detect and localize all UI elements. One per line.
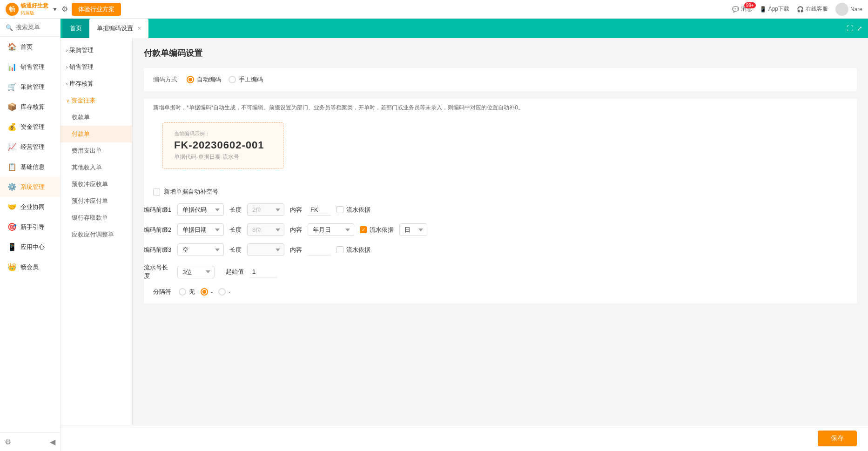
sidebar-item-system[interactable]: ⚙️ 系统管理 <box>0 177 60 197</box>
sub-menu-expense[interactable]: 费用支出单 <box>61 142 132 159</box>
serial-check-1[interactable] <box>336 206 343 213</box>
sidebar-item-purchase[interactable]: 🛒 采购管理 <box>0 77 60 97</box>
content-label-1: 内容 <box>290 206 302 214</box>
sidebar-bottom: ⚙ ◀ <box>0 432 60 451</box>
auto-fill-checkbox[interactable] <box>153 188 160 195</box>
home-icon: 🏠 <box>7 42 17 51</box>
len2-select[interactable]: 8位 <box>247 223 284 236</box>
len1-select[interactable]: 2位 <box>247 203 284 216</box>
preview-box: 当前编码示例： FK-20230602-001 单据代码-单据日期-流水号 <box>162 122 283 169</box>
tab-bar: 首页 单据编码设置 × ⛶ ⤢ <box>61 19 868 38</box>
manual-encode-radio[interactable]: 手工编码 <box>229 75 263 84</box>
content-label-3: 内容 <box>290 246 302 254</box>
tab-home[interactable]: 首页 <box>62 19 89 38</box>
config-row-2: 编码前缀2 单据日期 长度 8位 内容 年月日 ✓ <box>144 223 857 236</box>
serial-check-2[interactable]: ✓ <box>360 226 367 233</box>
sub-menu-purchase[interactable]: › 采购管理 <box>61 42 132 59</box>
serial-len-label: 流水号长度 <box>144 263 172 280</box>
operation-icon: 📈 <box>7 142 17 151</box>
top-bar: 畅 畅通好生意 拓展版 ▼ ⚙ 体验行业方案 💬 消息 99+ 📱 App下载 … <box>0 0 868 19</box>
config-row-1: 编码前缀1 单据代码 长度 2位 内容 流水依据 <box>144 203 857 216</box>
app-download[interactable]: 📱 App下载 <box>760 5 789 13</box>
preview-label: 当前编码示例： <box>174 130 272 137</box>
tab-expand-icon[interactable]: ⛶ <box>847 25 853 32</box>
collapse-icon[interactable]: ◀ <box>50 438 55 446</box>
sep-dot[interactable]: - <box>201 288 213 296</box>
content1-input[interactable] <box>308 204 331 215</box>
user-avatar <box>835 3 848 16</box>
sidebar-item-guide[interactable]: 🎯 新手引导 <box>0 217 60 237</box>
tab-encode-settings[interactable]: 单据编码设置 × <box>89 19 148 38</box>
len-label-2: 长度 <box>229 226 242 234</box>
separator-label: 分隔符 <box>153 288 171 296</box>
tab-bar-actions: ⛶ ⤢ <box>847 25 866 32</box>
len3-select[interactable] <box>247 243 284 256</box>
user-name: Nare <box>850 6 862 13</box>
content3-input[interactable] <box>308 244 331 256</box>
sub-menu-adjustment[interactable]: 应收应付调整单 <box>61 226 132 243</box>
sidebar-item-basic[interactable]: 📋 基础信息 <box>0 157 60 177</box>
message-icon[interactable]: 💬 消息 99+ <box>732 5 752 13</box>
nav-dropdown[interactable]: ▼ <box>52 6 58 13</box>
sidebar-item-member[interactable]: 👑 畅会员 <box>0 257 60 277</box>
bottom-settings-icon[interactable]: ⚙ <box>5 438 11 446</box>
serial-cb-1: 流水依据 <box>336 206 370 214</box>
sidebar-item-inventory[interactable]: 📦 库存核算 <box>0 97 60 117</box>
content2-select[interactable]: 年月日 <box>308 223 354 236</box>
system-icon: ⚙️ <box>7 182 17 191</box>
guide-icon: 🎯 <box>7 222 17 231</box>
encode-radio-group: 自动编码 手工编码 <box>187 75 263 84</box>
sep-none[interactable]: 无 <box>179 288 195 296</box>
manual-encode-radio-circle <box>229 76 236 83</box>
sidebar-item-home[interactable]: 🏠 首页 <box>0 37 60 57</box>
page-content: 付款单编码设置 编码方式 自动编码 手工编码 <box>133 38 868 425</box>
tab-fullscreen-icon[interactable]: ⤢ <box>857 25 862 32</box>
sub-menu-advance-receive[interactable]: 预收冲应收单 <box>61 176 132 193</box>
sub-menu-advance-pay[interactable]: 预付冲应付单 <box>61 193 132 209</box>
sub-menu-payment[interactable]: 付款单 <box>61 126 132 142</box>
day-select[interactable]: 日 <box>399 223 427 236</box>
logo: 畅 畅通好生意 拓展版 <box>6 2 48 16</box>
sep-dash[interactable]: · <box>218 288 230 296</box>
settings-icon[interactable]: ⚙ <box>61 5 68 13</box>
top-bar-left: 畅 畅通好生意 拓展版 ▼ ⚙ 体验行业方案 <box>6 2 121 16</box>
purchase-icon: 🛒 <box>7 82 17 91</box>
tab-close-icon[interactable]: × <box>138 25 141 32</box>
prefix1-select[interactable]: 单据代码 <box>177 203 224 216</box>
sub-menu-capital-children: 收款单 付款单 费用支出单 其他收入单 预收冲应收单 预付冲应付单 银行存取款单… <box>61 109 132 243</box>
sales-icon: 📊 <box>7 62 17 71</box>
sidebar-item-finance[interactable]: 💰 资金管理 <box>0 117 60 137</box>
auto-fill-label: 新增单据自动补空号 <box>164 188 218 196</box>
auto-encode-radio[interactable]: 自动编码 <box>187 75 221 84</box>
start-value-input[interactable] <box>249 266 277 277</box>
sidebar-item-operation[interactable]: 📈 经营管理 <box>0 137 60 157</box>
separator-radio-group: 无 - · <box>179 288 230 296</box>
sidebar-item-enterprise[interactable]: 🤝 企业协同 <box>0 197 60 217</box>
start-value-label: 起始值 <box>226 268 244 276</box>
prefix2-select[interactable]: 单据日期 <box>177 223 224 236</box>
separator-row: 分隔符 无 - · <box>153 288 848 296</box>
sub-menu-capital[interactable]: ∨ 资金往来 <box>61 92 132 109</box>
auto-encode-radio-circle <box>187 76 194 83</box>
sub-menu-inventory[interactable]: › 库存核算 <box>61 75 132 92</box>
sub-menu-receipt[interactable]: 收款单 <box>61 109 132 126</box>
serial-check-3[interactable] <box>336 246 343 253</box>
sub-menu-sales[interactable]: › 销售管理 <box>61 59 132 75</box>
serial-len-select[interactable]: 3位 <box>177 266 215 278</box>
trial-button[interactable]: 体验行业方案 <box>72 3 121 16</box>
encode-method-row: 编码方式 自动编码 手工编码 <box>153 75 848 84</box>
sidebar-item-sales[interactable]: 📊 销售管理 <box>0 57 60 77</box>
save-button[interactable]: 保存 <box>818 431 857 446</box>
top-bar-right: 💬 消息 99+ 📱 App下载 🎧 在线客服 Nare <box>732 3 862 16</box>
sidebar-item-apps[interactable]: 📱 应用中心 <box>0 237 60 257</box>
info-text: 新增单据时，*单据编码*自动生成，不可编辑。前缀设置为部门、业务员等档案类，开单… <box>144 99 857 117</box>
preview-code: FK-20230602-001 <box>174 139 272 151</box>
sub-menu-other-income[interactable]: 其他收入单 <box>61 159 132 176</box>
sub-menu-bank[interactable]: 银行存取款单 <box>61 209 132 226</box>
sidebar-search[interactable]: 🔍 搜索菜单 <box>0 19 60 37</box>
online-service[interactable]: 🎧 在线客服 <box>797 5 828 13</box>
preview-area: 当前编码示例： FK-20230602-001 单据代码-单据日期-流水号 <box>144 117 857 184</box>
user-info[interactable]: Nare <box>835 3 862 16</box>
prefix3-select[interactable]: 空 <box>177 243 224 256</box>
config-row-3: 编码前缀3 空 长度 内容 流水依据 <box>144 243 857 256</box>
